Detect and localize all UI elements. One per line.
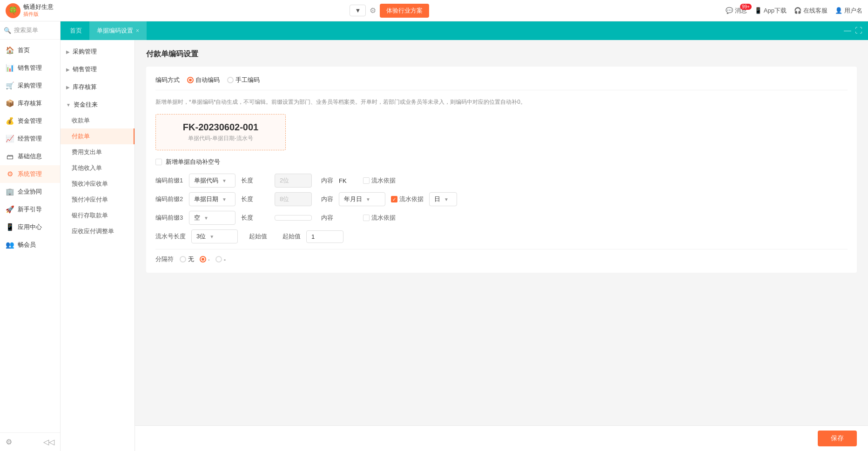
sidebar: 🔍 搜索菜单 🏠 首页 📊 销售管理 🛒 采购管理 📦 库存核算 💰 (0, 21, 61, 451)
logo-icon: 🍀 (6, 3, 20, 18)
online-service-button[interactable]: 🎧 在线客服 (794, 7, 828, 15)
prefix2-watermark-select[interactable]: 日 ▼ (429, 192, 457, 206)
separator-dash[interactable]: - (215, 256, 226, 263)
sub-group-inventory-title[interactable]: ▶ 库存核算 (61, 79, 135, 95)
prefix3-select[interactable]: 空 ▼ (189, 211, 236, 225)
prefix1-length-label: 长度 (241, 176, 269, 185)
sidebar-item-home[interactable]: 🏠 首页 (0, 41, 60, 59)
start-value-input[interactable] (306, 230, 343, 243)
prefix1-label: 编码前缀1 (155, 176, 183, 185)
radio-manual-label: 手工编码 (236, 76, 260, 84)
save-button[interactable]: 保存 (818, 431, 857, 446)
divider (155, 249, 848, 249)
serial-length-select[interactable]: 3位 ▼ (191, 229, 238, 243)
sidebar-item-member[interactable]: 👥 畅会员 (0, 236, 60, 254)
sidebar-item-purchase[interactable]: 🛒 采购管理 (0, 77, 60, 94)
trial-button[interactable]: 体验行业方案 (380, 4, 429, 18)
inventory-icon: 📦 (6, 99, 14, 108)
sub-group-purchase: ▶ 采购管理 (61, 44, 135, 60)
sidebar-item-operations[interactable]: 📈 经营管理 (0, 130, 60, 148)
sub-group-purchase-title[interactable]: ▶ 采购管理 (61, 44, 135, 60)
sub-item-expense[interactable]: 费用支出单 (61, 144, 135, 160)
prefix3-watermark-check[interactable]: 流水依据 (363, 214, 396, 222)
prefix1-watermark-check[interactable]: 流水依据 (363, 176, 396, 185)
prefix1-select[interactable]: 单据代码 ▼ (189, 174, 236, 188)
bottom-bar: 保存 (135, 425, 868, 451)
sidebar-item-apps[interactable]: 📱 应用中心 (0, 218, 60, 236)
radio-manual-dot (227, 77, 234, 83)
prefix2-content-select[interactable]: 年月日 ▼ (339, 192, 385, 206)
sidebar-item-enterprise[interactable]: 🏢 企业协同 (0, 183, 60, 201)
sidebar-item-system[interactable]: ⚙ 系统管理 (0, 165, 60, 183)
system-icon: ⚙ (6, 170, 14, 178)
auto-fill-checkbox[interactable] (155, 159, 162, 165)
prefix2-label: 编码前缀2 (155, 195, 183, 203)
tab-minimize-icon[interactable]: — (844, 27, 851, 35)
sidebar-label-home: 首页 (18, 46, 30, 54)
tab-home[interactable]: 首页 (62, 21, 89, 40)
sub-item-receipts[interactable]: 收款单 (61, 113, 135, 128)
sub-group-finance-title[interactable]: ▼ 资金往来 (61, 97, 135, 113)
app-download-button[interactable]: 📱 App下载 (754, 7, 787, 15)
sub-item-payments[interactable]: 付款单 (61, 128, 135, 144)
sidebar-item-guide[interactable]: 🚀 新手引导 (0, 201, 60, 218)
tab-maximize-icon[interactable]: ⛶ (855, 27, 862, 35)
prefix2-watermark-check[interactable]: ✓ 流水依据 (391, 195, 424, 203)
serial-length-label: 流水号长度 (155, 232, 186, 241)
radio-auto-dot (187, 77, 194, 83)
sidebar-label-guide: 新手引导 (18, 205, 42, 214)
sub-group-sales-label: 销售管理 (73, 65, 97, 74)
message-button[interactable]: 💬 消息 99+ (726, 7, 747, 15)
sidebar-label-enterprise: 企业协同 (18, 188, 42, 196)
sidebar-item-sales[interactable]: 📊 销售管理 (0, 59, 60, 77)
sub-group-inventory-label: 库存核算 (73, 83, 97, 91)
separator-label: 分隔符 (155, 255, 174, 263)
app-label: App下载 (764, 7, 787, 15)
preview-sub: 单据代码-单据日期-流水号 (167, 135, 274, 142)
sidebar-collapse-icon[interactable]: ◁◁ (43, 438, 54, 446)
arrow-sales: ▶ (66, 67, 70, 72)
sub-item-prepay-recv[interactable]: 预收冲应收单 (61, 176, 135, 192)
main-content: 付款单编码设置 编码方式 自动编码 (135, 40, 868, 425)
purchase-icon: 🛒 (6, 81, 14, 90)
prefix2-select[interactable]: 单据日期 ▼ (189, 192, 236, 206)
separator-dot-dot (200, 256, 206, 263)
prefix3-length-input[interactable] (275, 215, 312, 221)
serial-length-value: 3位 (196, 232, 206, 241)
settings-button[interactable]: ⚙ (370, 6, 376, 15)
tab-encoding-settings[interactable]: 单据编码设置 × (89, 21, 147, 40)
sub-item-other-income[interactable]: 其他收入单 (61, 160, 135, 176)
sub-item-prepay-pay[interactable]: 预付冲应付单 (61, 192, 135, 208)
radio-auto[interactable]: 自动编码 (187, 76, 220, 84)
sidebar-settings-icon[interactable]: ⚙ (6, 438, 12, 446)
prefix2-select-arrow: ▼ (222, 197, 227, 202)
hint-text: 新增单据时，*单据编码*自动生成，不可编辑。前缀设置为部门、业务员等档案类。开单… (155, 98, 848, 107)
tab-active-label: 单据编码设置 (97, 27, 133, 35)
prefix2-watermark-label: 流水依据 (399, 195, 424, 203)
prefix1-select-arrow: ▼ (222, 178, 227, 183)
sub-item-adjust[interactable]: 应收应付调整单 (61, 223, 135, 239)
separator-dot[interactable]: · (200, 256, 210, 263)
radio-group: 自动编码 手工编码 (187, 76, 260, 84)
sidebar-item-inventory[interactable]: 📦 库存核算 (0, 94, 60, 112)
sidebar-search[interactable]: 🔍 搜索菜单 (0, 21, 60, 40)
message-icon: 💬 (726, 7, 733, 14)
prefix1-watermark-checkbox[interactable] (363, 177, 370, 184)
setting-card: 编码方式 自动编码 手工编码 (146, 67, 857, 273)
sub-item-bank[interactable]: 银行存取款单 (61, 208, 135, 223)
sidebar-item-finance[interactable]: 💰 资金管理 (0, 112, 60, 130)
radio-manual[interactable]: 手工编码 (227, 76, 260, 84)
content-area: ▶ 采购管理 ▶ 销售管理 ▶ 库存核算 (61, 40, 868, 451)
dropdown-button[interactable]: ▼ (350, 5, 366, 16)
prefix2-watermark-checkbox[interactable]: ✓ (391, 196, 397, 202)
tab-close-icon[interactable]: × (136, 27, 139, 34)
prefix3-watermark-checkbox[interactable] (363, 215, 370, 221)
sub-group-sales-title[interactable]: ▶ 销售管理 (61, 61, 135, 77)
prefix3-row: 编码前缀3 空 ▼ 长度 内容 流水依据 (155, 211, 848, 225)
sidebar-item-base[interactable]: 🗃 基础信息 (0, 148, 60, 165)
separator-none[interactable]: 无 (180, 255, 194, 263)
prefix2-watermark-select-value: 日 (434, 195, 440, 203)
prefix2-content-label: 内容 (321, 195, 333, 203)
user-menu[interactable]: 👤 用户名 (835, 7, 862, 15)
preview-code: FK-20230602-001 (167, 122, 274, 133)
